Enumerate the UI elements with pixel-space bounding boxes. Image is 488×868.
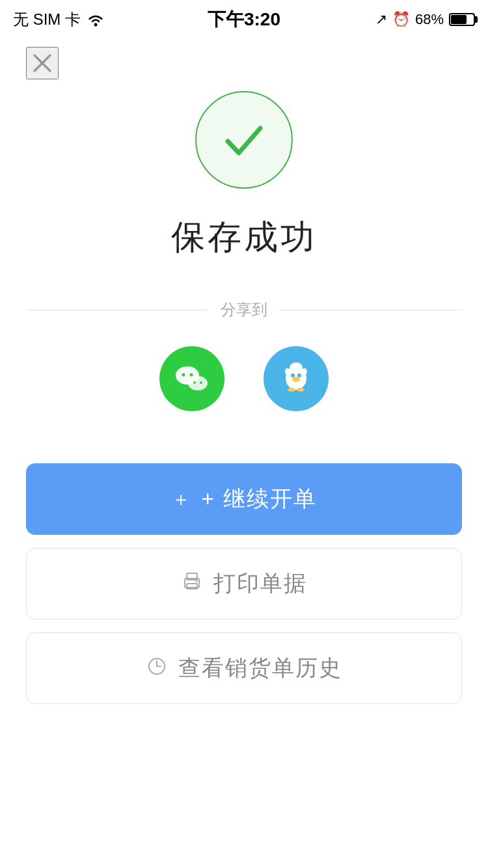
history-button[interactable]: 查看销货单历史 [26,632,462,704]
svg-point-8 [200,381,202,384]
history-label: 查看销货单历史 [178,653,342,683]
svg-point-16 [288,388,295,392]
divider-right [280,310,462,310]
close-icon [32,53,53,74]
share-icons-row [159,346,329,411]
svg-point-15 [302,368,307,375]
status-right: ↗ ⏰ 68% [375,11,475,28]
continue-label: + 继续开单 [201,484,316,514]
location-icon: ↗ [375,11,387,28]
svg-point-0 [94,23,98,27]
share-qq-button[interactable] [264,346,329,411]
status-time: 下午3:20 [208,7,280,32]
svg-point-12 [297,373,301,377]
main-content: 保存成功 分享到 [0,39,488,704]
svg-point-14 [285,368,290,375]
svg-point-6 [190,373,193,377]
share-divider-row: 分享到 [0,299,488,320]
svg-point-13 [292,377,300,382]
status-bar: 无 SIM 卡 下午3:20 ↗ ⏰ 68% [0,0,488,39]
battery-fill [451,15,467,24]
svg-point-11 [291,373,295,377]
success-circle [195,91,293,189]
close-button[interactable] [26,47,59,79]
wifi-icon [86,12,105,27]
plus-icon: ＋ [171,486,191,513]
print-label: 打印单据 [213,569,307,599]
success-title: 保存成功 [171,215,317,260]
share-label: 分享到 [221,299,267,320]
buttons-area: ＋ + 继续开单 打印单据 查看销货单历 [0,463,488,704]
share-wechat-button[interactable] [159,346,224,411]
status-left: 无 SIM 卡 [13,9,105,30]
svg-point-21 [196,580,198,582]
svg-point-10 [290,362,303,373]
share-section: 分享到 [0,299,488,411]
svg-point-7 [193,381,196,384]
history-icon [146,655,168,682]
continue-button[interactable]: ＋ + 继续开单 [26,463,462,535]
wechat-icon [173,362,211,395]
checkmark-icon [218,114,270,166]
qq-icon [277,360,315,398]
no-sim-label: 无 SIM 卡 [13,9,81,30]
print-button[interactable]: 打印单据 [26,548,462,619]
battery-percent: 68% [415,11,444,28]
divider-left [26,310,208,310]
svg-point-17 [297,388,305,392]
svg-point-5 [182,373,185,377]
svg-point-4 [188,376,208,390]
clock-icon: ⏰ [392,11,410,28]
print-icon [181,571,203,597]
battery-bar [449,13,475,26]
